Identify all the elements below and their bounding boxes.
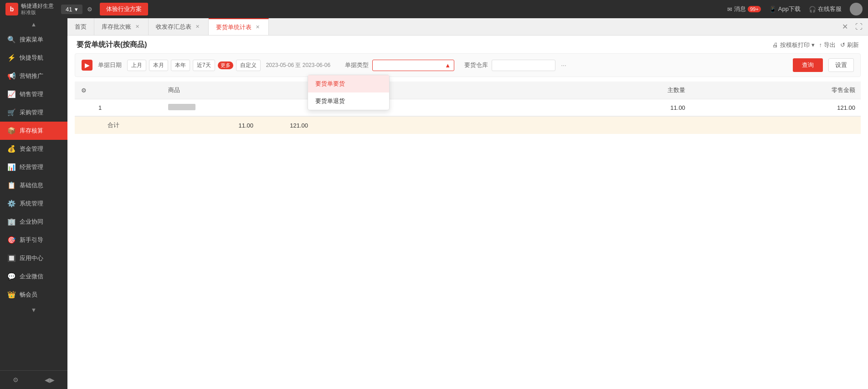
- col-settings[interactable]: ⚙: [75, 82, 93, 99]
- table-header-row: ⚙ 商品 主计量单位 主数量 零售金额: [75, 82, 861, 99]
- sidebar-collapse-btn[interactable]: ◀▶: [41, 374, 58, 385]
- table-row: 1 块 11.00 121.00: [75, 99, 861, 116]
- page-content: 要货单统计表(按商品) 🖨 按模板打印 ▾ ↑ 导出 ↺ 刷新: [67, 36, 868, 389]
- tab-close-inventory-batch[interactable]: ✕: [134, 23, 141, 30]
- sidebar-scroll-down[interactable]: ▼: [0, 304, 67, 316]
- print-icon: 🖨: [772, 41, 778, 48]
- top-bar-right: ✉ 消息 99+ 📱 App下载 🎧 在线客服: [727, 3, 863, 15]
- sidebar-item-basic-info[interactable]: 📋 基础信息: [0, 176, 67, 194]
- sidebar-item-marketing[interactable]: 📢 营销推广: [0, 67, 67, 85]
- warehouse-filter-label: 要货仓库: [464, 61, 488, 69]
- sidebar-item-sales[interactable]: 📈 销售管理: [0, 85, 67, 103]
- date-recent-btn[interactable]: 近7天: [193, 60, 215, 71]
- col-qty: 主数量: [550, 82, 691, 99]
- export-btn[interactable]: ↑ 导出: [819, 41, 836, 49]
- sidebar-item-enterprise[interactable]: 🏢 企业协同: [0, 213, 67, 231]
- trial-button[interactable]: 体验行业方案: [100, 3, 148, 15]
- type-filter-input[interactable]: [372, 60, 454, 71]
- row-qty: 11.00: [550, 99, 691, 116]
- page-title-bar: 要货单统计表(按商品) 🖨 按模板打印 ▾ ↑ 导出 ↺ 刷新: [67, 36, 868, 53]
- app-logo: b 畅捷通好生意 标准版: [5, 3, 54, 15]
- sidebar-bottom: ⚙ ◀▶: [0, 370, 67, 389]
- page-title: 要货单统计表(按商品): [77, 40, 147, 50]
- analytics-icon: 📊: [7, 163, 16, 171]
- sidebar-item-member[interactable]: 👑 畅会员: [0, 286, 67, 304]
- sidebar-item-purchase[interactable]: 🛒 采购管理: [0, 103, 67, 122]
- date-range-text: 2023-05-06 至 2023-06-06: [266, 61, 330, 69]
- sidebar-item-app-center[interactable]: 🔲 应用中心: [0, 249, 67, 267]
- grid-icon: 🔲: [7, 254, 16, 262]
- tab-order-summary[interactable]: 要货单统计表 ✕: [209, 18, 269, 35]
- row-sale-amount: 121.00: [691, 99, 861, 116]
- table-container: ⚙ 商品 主计量单位 主数量 零售金额 1: [75, 82, 861, 116]
- tab-close-order-summary[interactable]: ✕: [254, 24, 261, 31]
- avatar[interactable]: [850, 3, 863, 15]
- date-custom-btn[interactable]: 自定义: [236, 60, 261, 71]
- type-filter-label: 单据类型: [345, 61, 369, 69]
- sidebar-item-shortcut[interactable]: ⚡ 快捷导航: [0, 49, 67, 67]
- query-button[interactable]: 查询: [793, 58, 823, 72]
- footer-qty: 11.00: [208, 122, 253, 129]
- message-icon: ✉: [727, 6, 732, 13]
- app-download-btn[interactable]: 📱 App下载: [769, 5, 801, 13]
- phone-icon: 📱: [769, 6, 776, 13]
- print-btn[interactable]: 🖨 按模板打印 ▾: [772, 41, 815, 49]
- tab-home[interactable]: 首页: [67, 18, 94, 35]
- refresh-btn[interactable]: ↺ 刷新: [840, 41, 859, 49]
- sidebar-item-system[interactable]: ⚙️ 系统管理: [0, 194, 67, 213]
- tab-expand-btn[interactable]: ⛶: [853, 22, 864, 32]
- sidebar-item-finance[interactable]: 💰 资金管理: [0, 140, 67, 158]
- tab-bar: 首页 库存批次账 ✕ 收发存汇总表 ✕ 要货单统计表 ✕ ✕ ⛶: [67, 18, 868, 36]
- money-icon: 💰: [7, 145, 16, 153]
- row-seq: 1: [93, 99, 163, 116]
- store-selector[interactable]: 41 ▾: [61, 5, 82, 14]
- sidebar-settings-btn[interactable]: ⚙: [9, 374, 22, 385]
- col-sale-amount: 零售金额: [691, 82, 861, 99]
- tab-inventory-batch[interactable]: 库存批次账 ✕: [94, 18, 149, 35]
- filter-type-section: 单据类型 ▲: [345, 60, 454, 71]
- date-year-btn[interactable]: 本年: [171, 60, 190, 71]
- table-footer: 合计 11.00 121.00: [75, 116, 861, 134]
- sidebar-item-guide[interactable]: 🎯 新手引导: [0, 231, 67, 249]
- type-filter-arrow-icon[interactable]: ▲: [445, 62, 451, 69]
- warehouse-section: 要货仓库 ···: [464, 60, 566, 71]
- export-icon: ↑: [819, 41, 822, 48]
- footer-label: 合计: [80, 121, 162, 129]
- goods-name-blurred: [168, 104, 195, 110]
- megaphone-icon: 📢: [7, 72, 16, 80]
- filter-expand-btn[interactable]: ▶: [82, 60, 92, 71]
- sidebar-scroll-up[interactable]: ▲: [0, 18, 67, 31]
- cart-icon: 🛒: [7, 108, 16, 117]
- row-settings: [75, 99, 93, 116]
- date-more-badge[interactable]: 更多: [218, 61, 233, 69]
- sidebar-item-operations[interactable]: 📊 经营管理: [0, 158, 67, 176]
- dropdown-item-order-return[interactable]: 要货单退货: [308, 92, 389, 110]
- target-icon: 🎯: [7, 236, 16, 244]
- settings-button[interactable]: 设置: [828, 58, 854, 72]
- sidebar: ▲ 🔍 搜索菜单 ⚡ 快捷导航 📢 营销推广 📈 销售管理 🛒 采购管理 📦 库…: [0, 18, 67, 389]
- warehouse-filter-input[interactable]: [492, 60, 555, 71]
- sidebar-item-wechat[interactable]: 💬 企业微信: [0, 267, 67, 286]
- app-brand: 畅捷通好生意 标准版: [21, 3, 54, 15]
- messages-btn[interactable]: ✉ 消息 99+: [727, 5, 761, 13]
- top-bar: b 畅捷通好生意 标准版 41 ▾ ⚙ 体验行业方案 ✉ 消息 99+ 📱 Ap…: [0, 0, 868, 18]
- sidebar-item-search[interactable]: 🔍 搜索菜单: [0, 31, 67, 49]
- dropdown-item-order-goods[interactable]: 要货单要货: [308, 75, 389, 92]
- date-curr-btn[interactable]: 本月: [149, 60, 168, 71]
- tab-close-receivable-summary[interactable]: ✕: [194, 23, 201, 30]
- settings-gear-icon[interactable]: ⚙: [87, 6, 92, 13]
- box-icon: 📦: [7, 127, 16, 135]
- filter-bar: ▶ 单据日期 上月 本月 本年 近7天 更多 自定义 2023-05-06 至 …: [75, 53, 861, 77]
- chevron-down-icon: ▾: [75, 6, 78, 13]
- type-dropdown: 要货单要货 要货单退货: [308, 75, 390, 110]
- sidebar-item-inventory[interactable]: 📦 库存核算: [0, 122, 67, 140]
- date-prev-btn[interactable]: 上月: [127, 60, 146, 71]
- messages-badge: 99+: [748, 6, 761, 12]
- page-actions: 🖨 按模板打印 ▾ ↑ 导出 ↺ 刷新: [772, 41, 859, 49]
- warehouse-more-btn[interactable]: ···: [561, 61, 566, 69]
- tab-receivable-summary[interactable]: 收发存汇总表 ✕: [149, 18, 209, 35]
- tab-close-all-btn[interactable]: ✕: [840, 21, 850, 32]
- footer-sale-amount: 121.00: [262, 122, 308, 129]
- main-layout: ▲ 🔍 搜索菜单 ⚡ 快捷导航 📢 营销推广 📈 销售管理 🛒 采购管理 📦 库…: [0, 18, 868, 389]
- online-service-btn[interactable]: 🎧 在线客服: [809, 5, 842, 13]
